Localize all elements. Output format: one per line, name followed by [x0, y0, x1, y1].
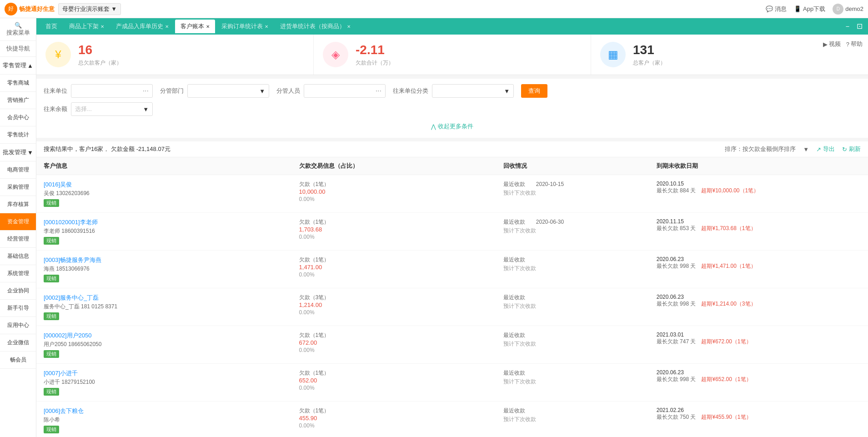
- due-date-1: 2020.10.15 最长欠款 884 天 超期¥10,000.00（1笔）: [657, 181, 861, 195]
- tab-home[interactable]: 首页: [40, 20, 63, 33]
- customer-name-3[interactable]: [0003]畅捷服务尹海燕: [44, 256, 299, 264]
- video-button[interactable]: ▶ 视频: [823, 40, 841, 48]
- customer-name-6[interactable]: [0007]小进千: [44, 369, 299, 377]
- sidebar-item-system[interactable]: 系统管理: [0, 265, 36, 282]
- refresh-button[interactable]: ↻ 刷新: [842, 145, 861, 153]
- sidebar-item-basic-info[interactable]: 基础信息: [0, 248, 36, 265]
- due-date-5: 2021.03.01 最长欠款 747 天 超期¥672.00（1笔）: [657, 332, 861, 346]
- overdue-link-7[interactable]: 超期¥455.90（1笔）: [701, 414, 751, 420]
- overdue-link-4[interactable]: 超期¥1,214.00（3笔）: [701, 301, 756, 307]
- overdue-link-2[interactable]: 超期¥1,703.68（1笔）: [701, 225, 756, 231]
- sidebar-item-operations[interactable]: 经营管理: [0, 231, 36, 248]
- tab-import-stats[interactable]: 进货单统计表（按商品） ✕: [275, 20, 356, 33]
- sidebar-item-retail-mall[interactable]: 零售商城: [0, 75, 36, 92]
- header-debt-info: 欠款交易信息（占比）: [299, 162, 503, 170]
- person-dots[interactable]: ···: [376, 87, 381, 95]
- overdue-link-3[interactable]: 超期¥1,471.00（1笔）: [701, 263, 756, 269]
- source-unit-dots[interactable]: ···: [143, 87, 149, 95]
- tab-close-products[interactable]: ✕: [100, 24, 104, 29]
- recovery-3: 最近收款 预计下次收款: [503, 256, 657, 272]
- debt-total-value: -2.11: [356, 43, 582, 57]
- source-unit-input[interactable]: ···: [71, 84, 153, 98]
- balance-select[interactable]: 选择... ▼: [71, 102, 153, 116]
- customer-phone-7: 陈小希: [44, 416, 299, 424]
- customer-phone-3: 海燕 18513066976: [44, 265, 299, 273]
- sidebar-item-member[interactable]: 会员中心: [0, 109, 36, 126]
- due-date-7: 2021.02.26 最长欠款 750 天 超期¥455.90（1笔）: [657, 407, 861, 421]
- tab-maximize-button[interactable]: ⊡: [855, 22, 864, 31]
- store-name[interactable]: 母婴行业演示账套 ▼: [58, 3, 121, 15]
- tab-close-import-stats[interactable]: ✕: [347, 24, 351, 29]
- tab-bar: 首页 商品上下架 ✕ 产成品入库单历史 ✕ 客户账本 ✕ 采购订单统计表 ✕ 进…: [36, 18, 868, 35]
- sidebar-item-inventory[interactable]: 库存核算: [0, 196, 36, 213]
- sidebar-item-app-center[interactable]: 应用中心: [0, 317, 36, 334]
- unit-class-select[interactable]: ▼: [432, 84, 514, 98]
- table-container: 客户信息 欠款交易信息（占比） 回收情况 到期未收款日期 [0016]吴俊 吴俊…: [36, 157, 868, 437]
- tab-customer-account[interactable]: 客户账本 ✕: [175, 20, 215, 33]
- overdue-link-1[interactable]: 超期¥10,000.00（1笔）: [701, 187, 759, 194]
- debt-info-7: 欠款（1笔） 455.90 0.00%: [299, 407, 503, 429]
- sidebar-item-purchase[interactable]: 采购管理: [0, 179, 36, 196]
- customer-info-3: [0003]畅捷服务尹海燕 海燕 18513066976 现销: [44, 256, 299, 282]
- customer-phone-2: 李老师 18600391516: [44, 227, 299, 235]
- sidebar-item-vip[interactable]: 畅会员: [0, 352, 36, 369]
- customer-tag-6: 现销: [44, 388, 59, 396]
- sidebar-quick-nav[interactable]: 快捷导航: [0, 41, 36, 57]
- logo-text: 畅捷通好生意: [19, 5, 55, 13]
- debt-info-3: 欠款（1笔） 1,471.00 0.00%: [299, 256, 503, 278]
- card-info-debt-total: -2.11 欠款合计（万）: [356, 43, 582, 67]
- sidebar-item-marketing[interactable]: 营销推广: [0, 92, 36, 109]
- results-toolbar: 搜索结果中，客户16家， 欠款金额 -21,148.07元 排序：按欠款金额倒序…: [36, 141, 868, 157]
- tab-products[interactable]: 商品上下架 ✕: [64, 20, 110, 33]
- sidebar-item-finance[interactable]: 资金管理: [0, 213, 36, 231]
- sidebar-item-wechat[interactable]: 企业微信: [0, 334, 36, 352]
- tab-close-purchase-stats[interactable]: ✕: [265, 24, 268, 29]
- message-button[interactable]: 💬 消息: [766, 5, 787, 13]
- tab-purchase-stats[interactable]: 采购订单统计表 ✕: [216, 20, 274, 33]
- card-icon-customers: ▦: [600, 42, 626, 67]
- sidebar-item-enterprise[interactable]: 企业协同: [0, 282, 36, 300]
- tab-bar-actions: － ⊡: [842, 22, 864, 31]
- sidebar-item-batch-mgmt[interactable]: 批发管理 ▼: [0, 144, 36, 161]
- recovery-6: 最近收款 预计下次收款: [503, 369, 657, 386]
- customer-phone-6: 小进千 18279152100: [44, 378, 299, 386]
- tab-close-customer-account[interactable]: ✕: [206, 24, 210, 29]
- overdue-link-5[interactable]: 超期¥672.00（1笔）: [701, 338, 751, 345]
- overdue-link-6[interactable]: 超期¥652.00（1笔）: [701, 376, 751, 382]
- customer-name-4[interactable]: [0002]服务中心_丁磊: [44, 294, 299, 302]
- filter-row-1: 往来单位 ··· 分管部门 ▼ 分管人员: [44, 84, 861, 98]
- recovery-4: 最近收款 预计下次收款: [503, 294, 657, 310]
- customer-name-1[interactable]: [0016]吴俊: [44, 181, 299, 189]
- sidebar-item-ecommerce[interactable]: 电商管理: [0, 161, 36, 179]
- debt-total-label: 欠款合计（万）: [356, 59, 582, 67]
- customer-name-5[interactable]: [000002]用户2050: [44, 332, 299, 340]
- person-input[interactable]: ···: [304, 84, 386, 98]
- help-button[interactable]: ? 帮助: [846, 40, 863, 48]
- customer-info-6: [0007]小进千 小进千 18279152100 现销: [44, 369, 299, 396]
- customers-label: 总客户（家）: [633, 59, 859, 67]
- table-row: [0007]小进千 小进千 18279152100 现销 欠款（1笔） 652.…: [36, 364, 868, 402]
- sidebar-search[interactable]: 🔍 搜索菜单: [0, 18, 36, 41]
- debt-info-6: 欠款（1笔） 652.00 0.00%: [299, 369, 503, 391]
- export-button[interactable]: ↗ 导出: [816, 145, 835, 153]
- customer-name-2[interactable]: [0001020001]李老师: [44, 218, 299, 226]
- user-menu[interactable]: D demo2: [833, 4, 863, 15]
- tab-close-production[interactable]: ✕: [165, 24, 169, 29]
- tab-minimize-button[interactable]: －: [842, 22, 853, 31]
- sidebar-item-guide[interactable]: 新手引导: [0, 300, 36, 317]
- dept-select[interactable]: ▼: [187, 84, 269, 98]
- collapse-button[interactable]: ⋀ 收起更多条件: [44, 121, 861, 132]
- sidebar-item-retail-stats[interactable]: 零售统计: [0, 126, 36, 144]
- header-due-date: 到期未收款日期: [657, 162, 861, 170]
- search-button[interactable]: 查询: [521, 84, 547, 98]
- main-layout: 🔍 搜索菜单 快捷导航 零售管理 ▲ 零售商城 营销推广 会员中心 零售统计 批…: [0, 18, 868, 437]
- filter-row-2: 往来余额 选择... ▼: [44, 102, 861, 116]
- logo-icon: 好: [5, 3, 17, 15]
- sidebar-item-retail-mgmt[interactable]: 零售管理 ▲: [0, 57, 36, 75]
- app-download-button[interactable]: 📱 App下载: [794, 5, 825, 13]
- tab-production[interactable]: 产成品入库单历史 ✕: [110, 20, 174, 33]
- customer-name-7[interactable]: [0006]去下粮仓: [44, 407, 299, 415]
- recovery-5: 最近收款 预计下次收款: [503, 332, 657, 348]
- table-row: [0016]吴俊 吴俊 13026203696 现销 欠款（1笔） 10,000…: [36, 175, 868, 213]
- recovery-1: 最近收款 2020-10-15 预计下次收款: [503, 181, 657, 197]
